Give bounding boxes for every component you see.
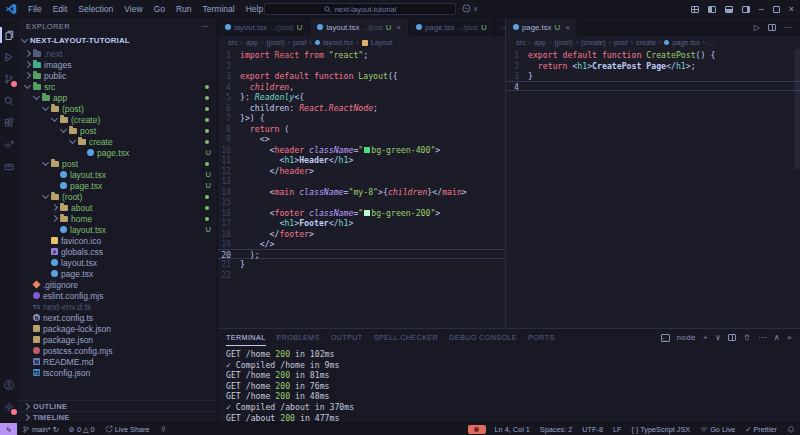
tree-item-images[interactable]: images	[18, 59, 217, 70]
git-branch-item[interactable]: main* ↻	[17, 425, 64, 434]
tree-item-layout.tsx[interactable]: layout.tsx	[18, 257, 217, 268]
run-and-debug-icon[interactable]	[0, 46, 18, 68]
tree-item-src[interactable]: src	[18, 81, 217, 92]
account-icon[interactable]	[0, 374, 18, 396]
notifications-bell-icon[interactable]	[782, 425, 800, 434]
tree-item-home[interactable]: home	[18, 213, 217, 224]
search-icon[interactable]	[0, 90, 18, 112]
close-tab-icon[interactable]: ×	[396, 23, 401, 32]
explorer-more-icon[interactable]: ⋯	[201, 22, 209, 31]
panel-maximize-icon[interactable]: ∧	[774, 333, 780, 342]
command-center-search[interactable]: next-layout-tutorial	[264, 3, 456, 15]
panel-tab-output[interactable]: OUTPUT	[331, 329, 363, 346]
tree-item-layout.tsx[interactable]: layout.tsxU	[18, 169, 217, 180]
tree-item-favicon.ico[interactable]: favicon.ico	[18, 235, 217, 246]
go-live-item[interactable]: Go Live	[695, 425, 740, 434]
problems-item[interactable]: ⊘ 0 △ 0	[64, 425, 100, 434]
plug-icon[interactable]	[155, 425, 172, 433]
customize-layout-icon[interactable]	[691, 6, 699, 13]
toggle-sidebar-icon[interactable]	[708, 6, 716, 13]
tree-item-next.config.ts[interactable]: Nnext.config.ts	[18, 312, 217, 323]
indentation[interactable]: Spaces: 2	[535, 425, 577, 434]
explorer-icon[interactable]	[0, 24, 18, 46]
timeline-section[interactable]: TIMELINE	[18, 411, 217, 422]
panel-close-icon[interactable]: ×	[787, 333, 792, 342]
tree-item-tsconfig.json[interactable]: TStsconfig.json	[18, 367, 217, 378]
editor-scrollbar[interactable]	[795, 49, 800, 169]
menu-view[interactable]: View	[119, 2, 147, 16]
code-editor-left[interactable]: 1import React from "react";23export defa…	[218, 49, 505, 328]
sync-icon[interactable]: ↻	[53, 425, 59, 434]
terminal-dropdown-icon[interactable]: ∨	[715, 333, 721, 342]
close-window-button[interactable]: ×	[789, 4, 794, 14]
alert-badge[interactable]	[468, 425, 486, 434]
new-terminal-icon[interactable]: +	[703, 333, 708, 342]
tree-item-post[interactable]: post	[18, 125, 217, 136]
tree-item-app[interactable]: app	[18, 92, 217, 103]
menu-file[interactable]: File	[23, 2, 47, 16]
tree-item-package.json[interactable]: package.json	[18, 334, 217, 345]
code-editor-right[interactable]: 1export default function CreatePost() {2…	[506, 49, 800, 328]
editor-tab-page.tsx[interactable]: page.tsxU×	[506, 18, 578, 36]
profile-indicator[interactable]: ∨	[462, 4, 478, 13]
menu-edit[interactable]: Edit	[48, 2, 73, 16]
menu-go[interactable]: Go	[149, 2, 170, 16]
editor-tab-layout.tsx[interactable]: layout.tsx.../(root)U	[218, 18, 310, 36]
tree-item-post[interactable]: post	[18, 158, 217, 169]
close-tab-icon[interactable]: ×	[565, 23, 570, 32]
minimize-button[interactable]: –	[759, 4, 764, 14]
panel-more-icon[interactable]: ⋯	[758, 333, 766, 342]
prettier-item[interactable]: ✓Prettier	[740, 425, 782, 434]
npm-scripts-icon[interactable]	[0, 156, 18, 178]
breadcrumb-left[interactable]: src›app›(post)›post›layout.tsx›Layout	[218, 36, 505, 49]
editor-tab-layout.tsx[interactable]: layout.tsx.../postU×	[310, 18, 409, 36]
maximize-button[interactable]	[773, 6, 780, 13]
panel-tab-ports[interactable]: PORTS	[528, 329, 555, 346]
cursor-position[interactable]: Ln 4, Col 1	[490, 425, 535, 434]
tree-item-about[interactable]: about	[18, 202, 217, 213]
kill-terminal-icon[interactable]	[743, 333, 751, 342]
toggle-secondary-sidebar-icon[interactable]	[742, 6, 750, 13]
tree-item-postcss.config.mjs[interactable]: postcss.config.mjs	[18, 345, 217, 356]
tree-item-layout.tsx[interactable]: layout.tsxU	[18, 224, 217, 235]
tree-item-page.tsx[interactable]: page.tsxU	[18, 180, 217, 191]
tree-item-next-env.d.ts[interactable]: TSnext-env.d.ts	[18, 301, 217, 312]
panel-tab-problems[interactable]: PROBLEMS	[277, 329, 320, 346]
editor-more-icon[interactable]: ⋯	[784, 23, 792, 32]
encoding[interactable]: UTF-8	[577, 425, 608, 434]
workspace-root-folder[interactable]: NEXT-LAYOUT-TUTORIAL	[18, 34, 217, 46]
terminal-output[interactable]: GET /home 200 in 102ms✓ Compiled /home i…	[218, 346, 800, 422]
tree-item-(post)[interactable]: (post)	[18, 103, 217, 114]
tree-item-.next[interactable]: .next	[18, 48, 217, 59]
tree-item-page.tsx[interactable]: page.tsxU	[18, 147, 217, 158]
run-code-icon[interactable]: ▷	[754, 23, 760, 32]
panel-tab-debug-console[interactable]: DEBUG CONSOLE	[449, 329, 517, 346]
settings-gear-icon[interactable]	[0, 396, 18, 418]
source-control-icon[interactable]	[0, 68, 18, 90]
menu-terminal[interactable]: Terminal	[198, 2, 240, 16]
eol-sequence[interactable]: LF	[608, 425, 627, 434]
tree-item-(root)[interactable]: (root)	[18, 191, 217, 202]
remote-indicator[interactable]: ϟ	[0, 423, 17, 435]
tree-item-public[interactable]: public	[18, 70, 217, 81]
remote-explorer-icon[interactable]	[0, 134, 18, 156]
tree-item-README.md[interactable]: MREADME.md	[18, 356, 217, 367]
tree-item-globals.css[interactable]: #globals.css	[18, 246, 217, 257]
outline-section[interactable]: OUTLINE	[18, 400, 217, 411]
tree-item-page.tsx[interactable]: page.tsx	[18, 268, 217, 279]
split-editor-icon[interactable]	[768, 24, 776, 31]
language-mode[interactable]: { } TypeScript JSX	[627, 425, 696, 434]
menu-run[interactable]: Run	[171, 2, 197, 16]
live-share-item[interactable]: Live Share	[100, 425, 155, 434]
breadcrumb-right[interactable]: src›app›(post)›(create)›post›create›page…	[506, 36, 800, 49]
tree-item-.gitignore[interactable]: .gitignore	[18, 279, 217, 290]
extensions-icon[interactable]	[0, 112, 18, 134]
split-terminal-icon[interactable]	[728, 334, 736, 341]
tree-item-create[interactable]: create	[18, 136, 217, 147]
panel-tab-spell-checker[interactable]: SPELL CHECKER	[374, 329, 438, 346]
menu-selection[interactable]: Selection	[73, 2, 118, 16]
tree-item-(create)[interactable]: (create)	[18, 114, 217, 125]
panel-tab-terminal[interactable]: TERMINAL	[226, 329, 266, 346]
tree-item-eslint.config.mjs[interactable]: eslint.config.mjs	[18, 290, 217, 301]
toggle-panel-icon[interactable]	[725, 6, 733, 13]
